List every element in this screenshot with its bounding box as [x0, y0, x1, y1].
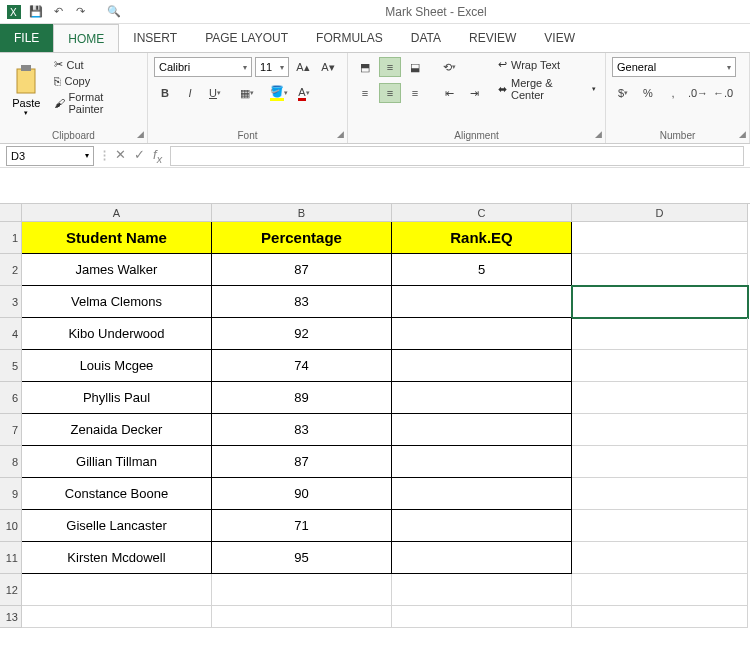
cell[interactable] — [572, 318, 748, 350]
underline-button[interactable]: U — [204, 83, 226, 103]
currency-icon[interactable]: $ — [612, 83, 634, 103]
cell[interactable]: 90 — [212, 478, 392, 510]
comma-icon[interactable]: , — [662, 83, 684, 103]
number-launcher[interactable]: ◢ — [739, 129, 746, 139]
percent-icon[interactable]: % — [637, 83, 659, 103]
cell[interactable] — [22, 606, 212, 628]
tab-insert[interactable]: INSERT — [119, 24, 191, 52]
cell[interactable]: 87 — [212, 254, 392, 286]
cell[interactable] — [392, 574, 572, 606]
select-all-corner[interactable] — [0, 204, 22, 222]
cell[interactable]: 83 — [212, 414, 392, 446]
col-header-a[interactable]: A — [22, 204, 212, 222]
header-student-name[interactable]: Student Name — [22, 222, 212, 254]
cell[interactable]: 87 — [212, 446, 392, 478]
wrap-text-button[interactable]: ↩Wrap Text — [495, 57, 599, 72]
align-right-icon[interactable]: ≡ — [404, 83, 426, 103]
font-size-select[interactable]: 11▾ — [255, 57, 289, 77]
row-header[interactable]: 5 — [0, 350, 22, 382]
cell[interactable] — [392, 286, 572, 318]
cell[interactable]: Louis Mcgee — [22, 350, 212, 382]
cell-selected[interactable] — [572, 286, 748, 318]
tab-view[interactable]: VIEW — [530, 24, 589, 52]
cell[interactable]: Velma Clemons — [22, 286, 212, 318]
spreadsheet-grid[interactable]: A B C D 1 Student Name Percentage Rank.E… — [0, 204, 750, 628]
align-bottom-icon[interactable]: ⬓ — [404, 57, 426, 77]
row-header[interactable]: 9 — [0, 478, 22, 510]
cancel-formula-icon[interactable]: ✕ — [115, 147, 126, 165]
cell[interactable] — [392, 350, 572, 382]
font-launcher[interactable]: ◢ — [337, 129, 344, 139]
cell[interactable] — [572, 510, 748, 542]
enter-formula-icon[interactable]: ✓ — [134, 147, 145, 165]
cell[interactable] — [572, 382, 748, 414]
cell[interactable]: 89 — [212, 382, 392, 414]
col-header-c[interactable]: C — [392, 204, 572, 222]
cell[interactable]: Phyllis Paul — [22, 382, 212, 414]
cell[interactable] — [392, 478, 572, 510]
font-name-select[interactable]: Calibri▾ — [154, 57, 252, 77]
formula-input[interactable] — [170, 146, 744, 166]
fill-color-button[interactable]: 🪣 — [268, 83, 290, 103]
cell[interactable] — [572, 542, 748, 574]
row-header[interactable]: 1 — [0, 222, 22, 254]
cell[interactable] — [392, 446, 572, 478]
cell[interactable]: Giselle Lancaster — [22, 510, 212, 542]
border-button[interactable]: ▦ — [236, 83, 258, 103]
save-icon[interactable]: 💾 — [28, 4, 44, 20]
header-rank-eq[interactable]: Rank.EQ — [392, 222, 572, 254]
format-painter-button[interactable]: 🖌Format Painter — [51, 90, 141, 116]
decrease-decimal-icon[interactable]: ←.0 — [712, 83, 734, 103]
undo-icon[interactable]: ↶ — [50, 4, 66, 20]
cell[interactable] — [572, 350, 748, 382]
tab-home[interactable]: HOME — [53, 24, 119, 52]
align-top-icon[interactable]: ⬒ — [354, 57, 376, 77]
cell[interactable]: James Walker — [22, 254, 212, 286]
cell[interactable]: Kibo Underwood — [22, 318, 212, 350]
cell[interactable] — [392, 542, 572, 574]
cell[interactable]: Gillian Tillman — [22, 446, 212, 478]
cell[interactable] — [572, 414, 748, 446]
row-header[interactable]: 6 — [0, 382, 22, 414]
redo-icon[interactable]: ↷ — [72, 4, 88, 20]
cell[interactable] — [22, 574, 212, 606]
row-header[interactable]: 3 — [0, 286, 22, 318]
align-middle-icon[interactable]: ≡ — [379, 57, 401, 77]
cell[interactable]: 83 — [212, 286, 392, 318]
cell[interactable]: Constance Boone — [22, 478, 212, 510]
cell[interactable]: Zenaida Decker — [22, 414, 212, 446]
cell[interactable] — [572, 574, 748, 606]
align-center-icon[interactable]: ≡ — [379, 83, 401, 103]
name-box[interactable]: D3▾ — [6, 146, 94, 166]
col-header-b[interactable]: B — [212, 204, 392, 222]
cell[interactable]: 5 — [392, 254, 572, 286]
row-header[interactable]: 11 — [0, 542, 22, 574]
cell[interactable] — [572, 222, 748, 254]
row-header[interactable]: 10 — [0, 510, 22, 542]
cell[interactable] — [572, 478, 748, 510]
row-header[interactable]: 13 — [0, 606, 22, 628]
cell[interactable] — [572, 446, 748, 478]
row-header[interactable]: 12 — [0, 574, 22, 606]
font-color-button[interactable]: A — [293, 83, 315, 103]
cell[interactable] — [392, 510, 572, 542]
cell[interactable]: 95 — [212, 542, 392, 574]
tab-review[interactable]: REVIEW — [455, 24, 530, 52]
row-header[interactable]: 8 — [0, 446, 22, 478]
tab-file[interactable]: FILE — [0, 24, 53, 52]
print-preview-icon[interactable]: 🔍 — [106, 4, 122, 20]
cell[interactable] — [572, 606, 748, 628]
orientation-icon[interactable]: ⟲ — [438, 57, 460, 77]
increase-decimal-icon[interactable]: .0→ — [687, 83, 709, 103]
italic-button[interactable]: I — [179, 83, 201, 103]
col-header-d[interactable]: D — [572, 204, 748, 222]
number-format-select[interactable]: General▾ — [612, 57, 736, 77]
cell[interactable]: Kirsten Mcdowell — [22, 542, 212, 574]
paste-button[interactable]: Paste ▾ — [6, 57, 47, 124]
cell[interactable]: 74 — [212, 350, 392, 382]
cell[interactable] — [392, 414, 572, 446]
cell[interactable] — [212, 606, 392, 628]
decrease-indent-icon[interactable]: ⇤ — [438, 83, 460, 103]
alignment-launcher[interactable]: ◢ — [595, 129, 602, 139]
decrease-font-icon[interactable]: A▾ — [317, 57, 339, 77]
